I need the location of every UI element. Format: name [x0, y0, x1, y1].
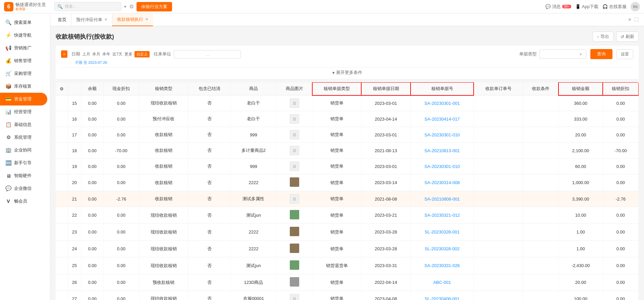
- this-year-btn[interactable]: 本年: [102, 51, 110, 57]
- tab-receipt-verify-close[interactable]: ✕: [145, 17, 148, 22]
- messages-action[interactable]: 💬 消息 99+: [545, 4, 571, 10]
- partner-input[interactable]: ...: [174, 50, 241, 58]
- sidebar-item-quicknav[interactable]: ⚡ 快捷导航: [0, 29, 50, 42]
- cell-verify-type: 收款核销: [139, 143, 188, 159]
- cell-settings: [56, 257, 68, 274]
- sidebar-item-finance[interactable]: 💳 资金管理: [0, 93, 47, 105]
- table-row: 23 0.00 0.00 现结收款核销 否 2222 销货单 2023-03-2…: [56, 224, 639, 241]
- hardware-icon: 🖥: [5, 173, 11, 179]
- page-actions: ↑ 导出 ↺ 刷新: [593, 32, 639, 42]
- cell-verify-amount: 1,000.00: [558, 174, 603, 191]
- sidebar-item-hardware[interactable]: 🖥 智能硬件: [0, 169, 50, 182]
- cell-goods-img: 🖼: [277, 143, 312, 159]
- last7-btn[interactable]: 近7天: [112, 51, 123, 57]
- cell-balance: 0.00: [81, 111, 103, 127]
- search-menu-icon: 🔍: [5, 19, 11, 26]
- cell-goods-img: 🖼: [277, 111, 312, 127]
- last-month-btn[interactable]: 上月: [82, 51, 90, 57]
- refresh-button[interactable]: ↺ 刷新: [616, 32, 639, 42]
- more-btn[interactable]: 更多: [124, 51, 132, 57]
- sidebar-item-search[interactable]: 🔍 搜索菜单: [0, 16, 50, 29]
- sidebar-item-system[interactable]: ⚙ 系统管理: [0, 131, 50, 144]
- global-search-box[interactable]: 🔍 搜索...: [54, 2, 121, 11]
- table-row: 18 0.00 -70.00 收款核销 否 多计量商品2 🖼 销货单 2021-…: [56, 143, 639, 159]
- bill-no-link[interactable]: SL-20230408-001: [425, 296, 460, 300]
- cell-receipt-order-no: [474, 111, 523, 127]
- cell-verify-bill-date: 2023-04-08: [361, 291, 410, 300]
- table-row: 20 0.00 0.00 收款核销 否 2222 销货单 2023-03-14 …: [56, 174, 639, 191]
- industry-button[interactable]: 休验行业方案: [137, 2, 172, 11]
- bill-no-link[interactable]: SA-20210808-001: [424, 197, 460, 202]
- table-row: 21 0.00 -2.76 收款核销 否 测试多属性 🖼 销货单 2021-08…: [56, 191, 639, 207]
- bill-type-label: 单据类型: [519, 51, 537, 57]
- tab-home[interactable]: 首页: [53, 13, 71, 26]
- sidebar-item-marketing[interactable]: 📢 营销推广: [0, 42, 50, 54]
- bill-no-link[interactable]: SA-20230321-012: [424, 213, 460, 218]
- close-window-icon[interactable]: ✕: [628, 17, 632, 22]
- cell-seq: 22: [68, 207, 81, 224]
- bill-no-link[interactable]: SA-20230414-017: [424, 117, 460, 122]
- cell-settings: [56, 224, 68, 241]
- cell-settings: [56, 111, 68, 127]
- this-month-btn[interactable]: 本月: [92, 51, 100, 57]
- bill-no-link[interactable]: SA-20210813-001: [424, 148, 460, 153]
- bill-type-select[interactable]: ▾: [539, 49, 586, 59]
- sidebar-item-label: 企业协同: [14, 147, 32, 153]
- sidebar-item-basicinfo[interactable]: 📋 基础信息: [0, 118, 50, 131]
- settings-col-icon[interactable]: ⚙: [60, 86, 64, 91]
- cell-goods: 123D商品: [230, 274, 276, 291]
- bill-no-link[interactable]: SA-20230314-008: [424, 180, 460, 185]
- sidebar-item-business[interactable]: 📊 经营管理: [0, 105, 50, 118]
- bill-no-link[interactable]: SA-20230331-026: [424, 263, 460, 268]
- bill-no-link[interactable]: ABC-001: [433, 280, 451, 285]
- message-icon: 💬: [545, 4, 551, 9]
- sidebar-item-purchase[interactable]: 🛒 采购管理: [0, 67, 50, 80]
- cell-payment-terms: [523, 127, 558, 143]
- expand-more-btn[interactable]: ▾ 展开更多条件: [332, 70, 362, 76]
- export-icon: ↑: [597, 34, 599, 39]
- cell-goods: 999: [230, 159, 276, 174]
- cell-verify-bill-no: SA-20230314-008: [411, 174, 474, 191]
- cell-goods-img: 🖼: [277, 127, 312, 143]
- cell-goods-img: 🖼: [277, 95, 312, 111]
- col-settings[interactable]: ⚙: [56, 82, 68, 95]
- user-avatar[interactable]: Rit: [631, 2, 640, 11]
- online-service-action[interactable]: 🎧 在线客服: [602, 4, 627, 10]
- cell-payment-terms: [523, 159, 558, 174]
- sidebar-item-sales[interactable]: 💰 销售管理: [0, 54, 50, 67]
- sidebar-item-enterprise[interactable]: 🏢 企业协同: [0, 144, 50, 157]
- query-button[interactable]: 查询: [590, 49, 612, 59]
- setting-button[interactable]: 设置: [616, 49, 633, 59]
- tab-prepay-close[interactable]: ✕: [104, 17, 107, 22]
- export-button[interactable]: ↑ 导出: [593, 32, 614, 42]
- col-verify-type: 核销类型: [139, 82, 188, 95]
- tab-prepay[interactable]: 预付冲应付单 ✕: [71, 13, 112, 26]
- filter-expand-arrow[interactable]: »: [61, 50, 67, 58]
- bill-no-link[interactable]: SL-20230328-002: [425, 246, 460, 251]
- app-download-action[interactable]: 📱 App下载: [575, 4, 598, 10]
- bill-no-link[interactable]: SA-20230301-001: [424, 101, 460, 106]
- bill-no-link[interactable]: SL-20230328-001: [425, 229, 460, 234]
- sidebar-item-wechat[interactable]: 💬 企业微信: [0, 182, 50, 195]
- bill-no-link[interactable]: SA-20230301-010: [424, 132, 460, 137]
- bill-no-link[interactable]: SA-20230301-010: [424, 164, 460, 169]
- custom-btn[interactable]: 自定义: [135, 51, 150, 57]
- logo-text: 畅捷通谱好生意 标准版: [15, 2, 46, 11]
- sidebar-item-inventory[interactable]: 📦 库存核算: [0, 80, 50, 93]
- cell-include-settled: 否: [188, 257, 230, 274]
- tab-receipt-verify[interactable]: 收款核销执行 ✕: [112, 13, 153, 26]
- sidebar-item-label: 新手引导: [14, 160, 32, 166]
- sidebar-item-vip[interactable]: V 畅会员: [0, 195, 50, 208]
- sidebar-item-label: 库存核算: [14, 83, 32, 89]
- maximize-icon[interactable]: ⛶: [634, 17, 639, 22]
- gear-button[interactable]: ⚙: [129, 3, 134, 10]
- dropdown-icon[interactable]: ▾: [124, 4, 126, 9]
- message-badge: 99+: [562, 5, 571, 8]
- cell-verify-bill-no: SA-20230321-012: [411, 207, 474, 224]
- refresh-icon: ↺: [621, 34, 624, 39]
- sidebar-item-guide[interactable]: 🆕 新手引导: [0, 157, 50, 169]
- guide-icon: 🆕: [5, 160, 11, 166]
- cell-balance: 0.00: [81, 127, 103, 143]
- cell-settings: [56, 143, 68, 159]
- sidebar-item-label: 经营管理: [14, 109, 32, 115]
